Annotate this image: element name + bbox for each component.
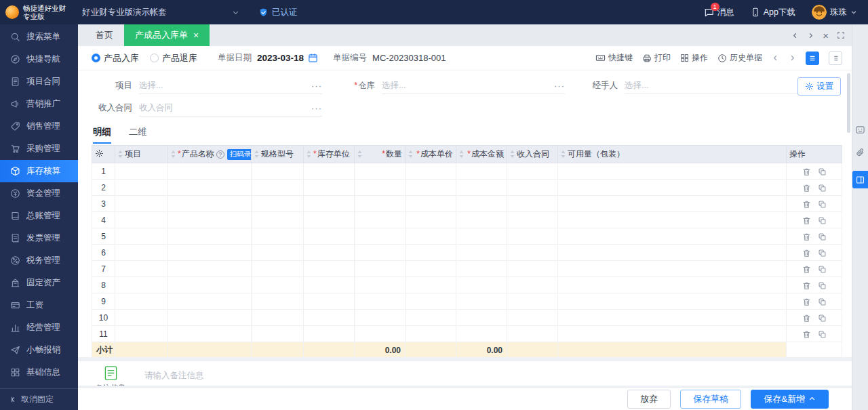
abandon-button[interactable]: 放弃 [627, 390, 671, 409]
sidebar-item-12[interactable]: 工资 [0, 294, 78, 316]
sidebar-item-11[interactable]: 固定资产 [0, 272, 78, 294]
fullscreen-icon[interactable] [837, 31, 845, 39]
grid-cell[interactable] [355, 212, 406, 228]
grid-cell[interactable] [355, 277, 406, 293]
grid-cell[interactable] [558, 228, 787, 245]
grid-cell[interactable] [115, 310, 168, 326]
grid-cell[interactable] [252, 326, 304, 342]
save-draft-button[interactable]: 保存草稿 [680, 390, 741, 409]
grid-cell[interactable] [507, 277, 558, 293]
unpin-sidebar-button[interactable]: 取消固定 [0, 388, 78, 410]
assistant-icon[interactable] [855, 125, 865, 137]
grid-cell[interactable] [456, 245, 507, 261]
grid-cell[interactable] [456, 293, 507, 310]
grid-cell[interactable] [355, 310, 406, 326]
grid-cell[interactable] [507, 180, 558, 196]
help-icon[interactable]: ? [216, 150, 224, 159]
copy-row-icon[interactable] [818, 265, 827, 274]
grid-cell[interactable] [456, 261, 507, 277]
grid-cell[interactable] [304, 261, 355, 277]
delete-row-icon[interactable] [802, 167, 811, 176]
sort-icon[interactable] [171, 150, 176, 158]
history-documents-button[interactable]: 历史单据 [717, 52, 762, 64]
grid-cell[interactable] [406, 277, 456, 293]
grid-cell[interactable] [304, 228, 355, 245]
grid-cell[interactable] [168, 310, 252, 326]
tab-scroll-left-icon[interactable] [791, 32, 799, 39]
grid-cell[interactable] [456, 228, 507, 245]
delete-row-icon[interactable] [802, 249, 811, 258]
handler-input[interactable]: 选择... ··· [625, 77, 808, 94]
grid-cell[interactable] [355, 261, 406, 277]
grid-cell[interactable] [252, 180, 304, 196]
grid-cell[interactable] [168, 245, 252, 261]
copy-row-icon[interactable] [818, 200, 827, 209]
sort-icon[interactable] [254, 150, 259, 158]
grid-cell[interactable] [558, 326, 787, 342]
prev-document-icon[interactable] [772, 54, 779, 62]
grid-cell[interactable] [406, 196, 456, 212]
grid-cell[interactable] [406, 212, 456, 228]
column-header-6[interactable]: *成本金额 [456, 146, 507, 163]
grid-cell[interactable] [558, 310, 787, 326]
column-header-2[interactable]: 规格型号 [252, 146, 304, 163]
project-input[interactable]: 选择... ··· [139, 77, 322, 94]
grid-cell[interactable] [406, 293, 456, 310]
copy-row-icon[interactable] [818, 167, 827, 176]
grid-cell[interactable] [168, 228, 252, 245]
close-tab-icon[interactable]: × [193, 30, 199, 40]
sidebar-item-15[interactable]: 基础信息 [0, 361, 78, 384]
sort-icon[interactable] [307, 150, 311, 158]
grid-cell[interactable] [252, 163, 304, 180]
grid-cell[interactable] [558, 245, 787, 261]
grid-cell[interactable] [115, 293, 168, 310]
document-date-field[interactable]: 单据日期 2023-03-18 [218, 52, 318, 64]
delete-row-icon[interactable] [802, 281, 811, 290]
sidebar-item-16[interactable]: 系统管理 [0, 384, 78, 388]
delete-row-icon[interactable] [802, 200, 811, 209]
grid-cell[interactable] [115, 245, 168, 261]
tab-home[interactable]: 首页 [85, 24, 124, 46]
copy-row-icon[interactable] [818, 281, 827, 290]
grid-cell[interactable] [507, 163, 558, 180]
grid-cell[interactable] [168, 326, 252, 342]
copy-row-icon[interactable] [818, 232, 827, 241]
column-header-3[interactable]: *库存单位 [304, 146, 355, 163]
delete-row-icon[interactable] [802, 232, 811, 241]
radio-product-return[interactable]: 产品退库 [150, 52, 197, 64]
shortcut-keys-button[interactable]: 快捷键 [595, 52, 633, 64]
grid-view-toggle-icon[interactable] [806, 52, 819, 65]
print-button[interactable]: 打印 [642, 52, 671, 64]
grid-cell[interactable] [456, 196, 507, 212]
grid-cell[interactable] [168, 180, 252, 196]
sidebar-item-4[interactable]: 销售管理 [0, 115, 78, 138]
copy-row-icon[interactable] [818, 184, 827, 192]
grid-cell[interactable] [168, 261, 252, 277]
app-download-button[interactable]: App下载 [751, 7, 795, 18]
grid-cell[interactable] [456, 180, 507, 196]
grid-cell[interactable] [252, 310, 304, 326]
tab-scroll-right-icon[interactable] [807, 32, 814, 39]
next-document-icon[interactable] [789, 54, 796, 62]
copy-row-icon[interactable] [818, 330, 827, 339]
messages-button[interactable]: 1 消息 [704, 7, 734, 18]
grid-cell[interactable] [115, 228, 168, 245]
sort-icon[interactable] [118, 150, 123, 158]
sidebar-item-14[interactable]: 小畅报销 [0, 339, 78, 361]
grid-cell[interactable] [507, 326, 558, 342]
list-view-toggle-icon[interactable] [829, 52, 842, 65]
grid-cell[interactable] [252, 293, 304, 310]
sort-icon[interactable] [510, 150, 515, 158]
grid-cell[interactable] [304, 180, 355, 196]
delete-row-icon[interactable] [802, 184, 811, 192]
grid-cell[interactable] [304, 245, 355, 261]
sidebar-item-13[interactable]: 经营管理 [0, 316, 78, 339]
grid-cell[interactable] [252, 261, 304, 277]
sidebar-item-5[interactable]: 采购管理 [0, 138, 78, 160]
warehouse-picker-icon[interactable]: ··· [554, 81, 565, 91]
radio-product-inbound[interactable]: 产品入库 [92, 52, 139, 64]
warehouse-input[interactable]: 选择... ··· [382, 77, 565, 94]
grid-cell[interactable] [406, 228, 456, 245]
grid-cell[interactable] [507, 228, 558, 245]
grid-cell[interactable] [558, 261, 787, 277]
